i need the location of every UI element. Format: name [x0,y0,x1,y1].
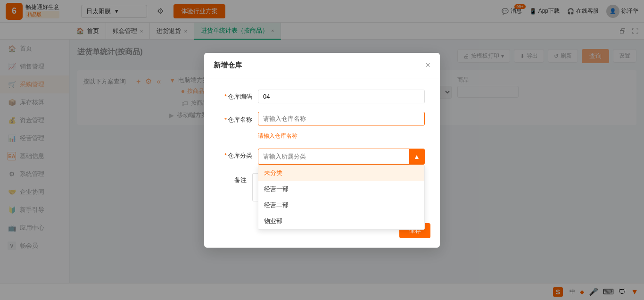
modal-overlay: 新增仓库 × * 仓库编码 * 仓库名称 [0,0,644,300]
modal-body: * 仓库编码 * 仓库名称 请输入仓库名称 [204,78,440,217]
category-dropdown-list: 未分类 经营一部 经营二部 物业部 [258,165,425,230]
dropdown-item-0[interactable]: 未分类 [258,165,424,181]
name-label: * 仓库名称 [219,113,252,124]
dropdown-arrow-icon[interactable]: ▲ [409,149,424,164]
form-row-code: * 仓库编码 [219,90,425,103]
name-input-wrap [258,112,425,125]
form-row-name: * 仓库名称 请输入仓库名称 [219,112,425,140]
new-warehouse-modal: 新增仓库 × * 仓库编码 * 仓库名称 [204,53,440,248]
name-error-message: 请输入仓库名称 [258,133,297,139]
remarks-label: 备注 [219,173,247,184]
modal-title: 新增仓库 [214,61,242,70]
category-label: * 仓库分类 [219,149,252,160]
modal-close-button[interactable]: × [425,60,430,70]
form-row-category: * 仓库分类 ▲ 未分类 经营一部 经营二部 物业部 [219,149,425,165]
category-dropdown: ▲ 未分类 经营一部 经营二部 物业部 [258,149,425,165]
dropdown-item-3[interactable]: 物业部 [258,213,424,229]
code-input[interactable] [258,90,425,103]
category-input[interactable] [258,150,409,163]
dropdown-item-2[interactable]: 经营二部 [258,197,424,213]
dropdown-item-1[interactable]: 经营一部 [258,181,424,197]
code-label: * 仓库编码 [219,90,252,101]
name-input[interactable] [258,112,425,125]
modal-header: 新增仓库 × [204,53,440,78]
category-input-row: ▲ [258,149,425,165]
